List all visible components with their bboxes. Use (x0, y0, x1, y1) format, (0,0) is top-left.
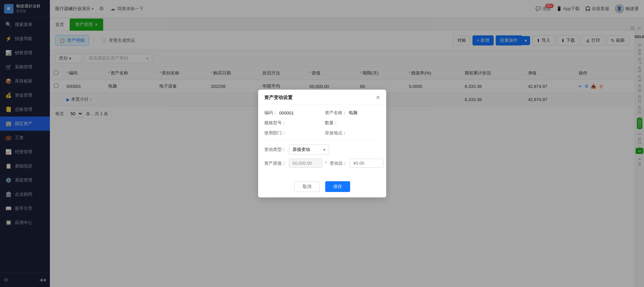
change-type-dropdown-icon: ▾ (323, 147, 326, 152)
dept-label: 使用部门： (264, 130, 286, 136)
dialog-title: 资产变动设置 (264, 95, 293, 101)
dialog-row-3: 使用部门： 存放地点： (264, 130, 380, 136)
dialog-code-field: 编码： 000001 (264, 110, 319, 116)
asset-value-input[interactable] (289, 159, 323, 168)
location-label: 存放地点： (325, 130, 347, 136)
asset-name-value: 电脑 (349, 110, 358, 116)
after-change-input[interactable] (350, 159, 384, 168)
dialog-spec-field: 规格型号： (264, 120, 319, 126)
save-button[interactable]: 保存 (325, 181, 350, 192)
dialog-location-field: 存放地点： (325, 130, 380, 136)
asset-value-label: 资产原值： (264, 160, 286, 166)
code-label: 编码： (264, 110, 277, 116)
asset-change-dialog: 资产变动设置 ✕ 编码： 000001 资产名称： 电脑 规格型号： (258, 90, 386, 197)
dialog-row-2: 规格型号： 数量： (264, 120, 380, 126)
code-value: 000001 (279, 110, 294, 116)
dialog-close-btn[interactable]: ✕ (376, 94, 380, 101)
quantity-label: 数量： (325, 120, 338, 126)
dialog-quantity-field: 数量： (325, 120, 380, 126)
cancel-button[interactable]: 取消 (294, 181, 320, 192)
dialog-dept-field: 使用部门： (264, 130, 319, 136)
asset-name-label: 资产名称： (325, 110, 347, 116)
change-type-row: 变动类型： 原值变动 ▾ (264, 145, 380, 155)
change-type-value: 原值变动 (293, 147, 310, 153)
spec-label: 规格型号： (264, 120, 286, 126)
asset-value-row: 资产原值： * 变动后： (264, 159, 380, 168)
dialog-body: 编码： 000001 资产名称： 电脑 规格型号： 数量： (258, 104, 386, 177)
dialog-row-1: 编码： 000001 资产名称： 电脑 (264, 110, 380, 116)
required-star: * (325, 161, 327, 166)
change-type-select[interactable]: 原值变动 ▾ (289, 145, 329, 155)
dialog-overlay[interactable]: 资产变动设置 ✕ 编码： 000001 资产名称： 电脑 规格型号： (0, 0, 644, 287)
dialog-separator (264, 140, 380, 140)
dialog-header: 资产变动设置 ✕ (258, 90, 386, 104)
dialog-asset-name-field: 资产名称： 电脑 (325, 110, 380, 116)
dialog-footer: 取消 保存 (258, 177, 386, 197)
after-change-label: 变动后： (330, 160, 347, 166)
change-type-label: 变动类型： (264, 147, 286, 153)
